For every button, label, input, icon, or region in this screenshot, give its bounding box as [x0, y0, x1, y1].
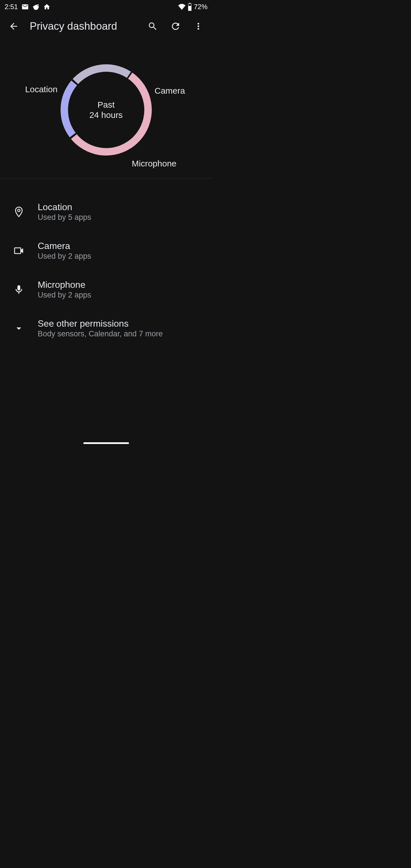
status-left: 2:51 [5, 3, 51, 11]
refresh-button[interactable] [164, 14, 187, 39]
camera-icon [7, 245, 31, 256]
row-microphone[interactable]: Microphone Used by 2 apps [0, 270, 212, 309]
usage-donut-chart: Past 24 hours [60, 63, 153, 156]
microphone-icon [7, 284, 31, 295]
row-other-permissions[interactable]: See other permissions Body sensors, Cale… [0, 309, 212, 348]
page-title: Privacy dashboard [27, 20, 141, 32]
svg-rect-9 [14, 248, 21, 253]
svg-point-8 [18, 209, 20, 212]
svg-rect-4 [188, 4, 191, 6]
row-location[interactable]: Location Used by 5 apps [0, 192, 212, 231]
chart-center-line1: Past [97, 100, 115, 110]
gesture-nav-bar[interactable] [83, 442, 129, 444]
chart-label-microphone: Microphone [132, 159, 177, 168]
svg-point-2 [33, 6, 34, 7]
back-button[interactable] [0, 14, 27, 39]
reddit-icon [32, 3, 40, 10]
svg-point-3 [37, 6, 39, 7]
app-bar: Privacy dashboard [0, 14, 212, 39]
usage-chart-section: Past 24 hours Location Camera Microphone [0, 39, 212, 179]
battery-icon [188, 3, 192, 11]
status-bar: 2:51 72% [0, 0, 212, 14]
battery-percent: 72% [194, 3, 208, 11]
location-icon [7, 206, 31, 218]
refresh-icon [170, 21, 181, 32]
more-button[interactable] [187, 14, 210, 39]
row-camera-title: Camera [38, 241, 91, 251]
row-camera-sub: Used by 2 apps [38, 252, 91, 261]
status-time: 2:51 [5, 3, 18, 11]
svg-rect-10 [18, 285, 20, 290]
row-other-sub: Body sensors, Calendar, and 7 more [38, 330, 163, 338]
chart-label-location: Location [25, 85, 57, 94]
status-right: 72% [178, 3, 208, 11]
permission-list: Location Used by 5 apps Camera Used by 2… [0, 179, 212, 348]
chart-center-line2: 24 hours [89, 110, 123, 120]
row-location-title: Location [38, 202, 91, 212]
row-location-sub: Used by 5 apps [38, 213, 91, 222]
search-button[interactable] [141, 14, 164, 39]
row-camera[interactable]: Camera Used by 2 apps [0, 231, 212, 270]
row-other-title: See other permissions [38, 318, 163, 329]
chevron-down-icon [7, 323, 31, 334]
row-microphone-sub: Used by 2 apps [38, 291, 91, 300]
chart-center-label: Past 24 hours [60, 63, 153, 156]
chart-label-camera: Camera [155, 86, 185, 96]
more-vert-icon [193, 21, 203, 31]
home-icon [43, 3, 51, 10]
row-microphone-title: Microphone [38, 280, 91, 290]
mail-icon [22, 3, 29, 10]
wifi-icon [178, 3, 186, 11]
back-arrow-icon [8, 21, 19, 31]
search-icon [148, 21, 158, 31]
